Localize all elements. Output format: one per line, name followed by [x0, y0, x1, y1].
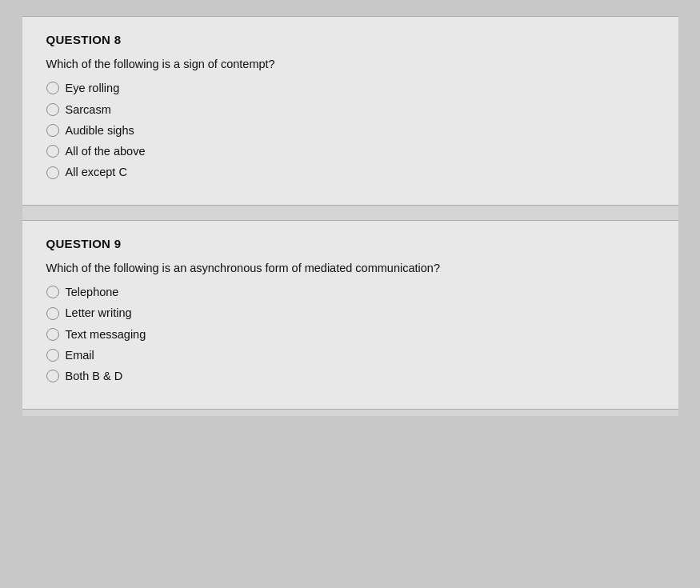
question-8-option-4[interactable]: All of the above: [46, 143, 654, 159]
question-9-number: QUESTION 9: [46, 237, 654, 250]
page-container: QUESTION 8 Which of the following is a s…: [22, 16, 678, 416]
radio-icon: [46, 349, 59, 362]
radio-icon: [46, 307, 59, 320]
question-9-text: Which of the following is an asynchronou…: [46, 260, 654, 276]
radio-icon: [46, 145, 59, 158]
radio-icon: [46, 103, 59, 116]
question-9-option-3[interactable]: Text messaging: [46, 326, 654, 342]
option-label: Telephone: [66, 284, 119, 300]
radio-icon: [46, 124, 59, 137]
question-8-block: QUESTION 8 Which of the following is a s…: [22, 16, 678, 206]
radio-icon: [46, 82, 59, 94]
question-8-option-3[interactable]: Audible sighs: [46, 122, 654, 138]
radio-icon: [46, 370, 59, 382]
option-label: Audible sighs: [66, 122, 134, 138]
radio-icon: [46, 328, 59, 341]
question-9-option-1[interactable]: Telephone: [46, 284, 654, 300]
question-8-option-2[interactable]: Sarcasm: [46, 102, 654, 118]
question-9-option-2[interactable]: Letter writing: [46, 305, 654, 321]
option-label: Sarcasm: [66, 102, 111, 118]
option-label: All except C: [66, 164, 127, 180]
question-8-option-5[interactable]: All except C: [46, 164, 654, 180]
option-label: All of the above: [66, 143, 146, 159]
question-9-option-4[interactable]: Email: [46, 347, 654, 363]
option-label: Email: [66, 347, 94, 363]
question-8-option-1[interactable]: Eye rolling: [46, 80, 654, 96]
option-label: Eye rolling: [66, 80, 120, 96]
option-label: Text messaging: [66, 326, 146, 342]
question-9-block: QUESTION 9 Which of the following is an …: [22, 220, 678, 410]
option-label: Both B & D: [66, 368, 123, 384]
question-9-option-5[interactable]: Both B & D: [46, 368, 654, 384]
question-8-number: QUESTION 8: [46, 33, 654, 46]
radio-icon: [46, 286, 59, 298]
question-8-text: Which of the following is a sign of cont…: [46, 56, 654, 72]
radio-icon: [46, 166, 59, 179]
option-label: Letter writing: [66, 305, 132, 321]
